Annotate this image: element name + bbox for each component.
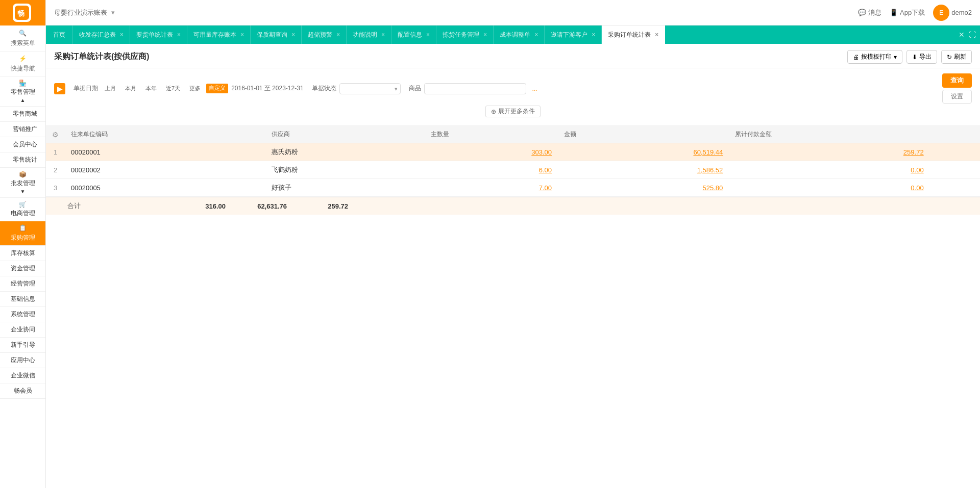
sidebar-item-operations[interactable]: 经营管理 (0, 276, 45, 292)
sidebar-item-marketing[interactable]: 营销推广 (0, 122, 45, 137)
shortcut-this-month[interactable]: 本月 (121, 84, 140, 93)
row-supplier: 惠氏奶粉 (265, 143, 424, 161)
tab-inventory-book-label: 可用量库存账本 (193, 31, 236, 39)
tab-invite-down-close[interactable]: × (592, 31, 595, 38)
tab-invite-down[interactable]: 邀请下游客户 × (545, 25, 602, 44)
table-row[interactable]: 1 00020001 惠氏奶粉 303.00 60,519.44 259.72 (46, 143, 980, 161)
sidebar-item-appcenter[interactable]: 应用中心 (0, 353, 45, 368)
sidebar-purchase-label: 采购管理 (11, 234, 35, 242)
row-paid[interactable]: 259.72 (729, 143, 929, 161)
sidebar-item-newguide[interactable]: 新手引导 (0, 338, 45, 353)
sidebar-item-wechat[interactable]: 企业微信 (0, 368, 45, 383)
shortcut-last-month[interactable]: 上月 (101, 84, 119, 93)
sidebar-item-purchase[interactable]: 📋 采购管理 (0, 221, 45, 246)
row-amount[interactable]: 60,519.44 (558, 143, 729, 161)
tab-inventory-book[interactable]: 可用量库存账本 × (187, 25, 251, 44)
tab-validity[interactable]: 保质期查询 × (251, 25, 302, 44)
sidebar-item-basics[interactable]: 基础信息 (0, 292, 45, 307)
filter-status-item: 单据状态 (312, 83, 401, 94)
col-settings[interactable]: ⚙ (46, 126, 65, 143)
tab-collection-close[interactable]: × (120, 31, 124, 38)
row-paid[interactable]: 0.00 (729, 161, 929, 179)
export-button[interactable]: ⬇ 导出 (906, 50, 937, 64)
sidebar-item-retail-stats[interactable]: 零售统计 (0, 152, 45, 168)
dropdown-icon: ▾ (111, 9, 115, 16)
sidebar-search[interactable]: 🔍 搜索英单 (0, 25, 45, 52)
tab-func-desc[interactable]: 功能说明 × (347, 25, 391, 44)
tab-purchase-stats[interactable]: 要货单统计表 × (130, 25, 187, 44)
footer-amount: 62,631.76 (241, 202, 302, 210)
tab-close-all-icon[interactable]: ✕ (959, 31, 965, 39)
tab-overstock-close[interactable]: × (336, 31, 340, 38)
export-label: 导出 (919, 53, 932, 61)
row-code: 00020001 (65, 143, 265, 161)
table-row[interactable]: 3 00020005 好孩子 7.00 525.80 0.00 (46, 179, 980, 197)
tab-maximize-icon[interactable]: ⛶ (969, 31, 976, 39)
status-select[interactable] (339, 83, 401, 94)
date-range[interactable]: 2016-01-01 至 2023-12-31 (231, 84, 303, 93)
app-download-btn[interactable]: 📱 App下载 (890, 8, 925, 17)
tab-purchase-order-stats-close[interactable]: × (655, 31, 658, 38)
header-left: 母婴行业演示账表 ▾ (54, 8, 115, 17)
tab-collection[interactable]: 收发存汇总表 × (73, 25, 130, 44)
sidebar-item-retail-mall[interactable]: 零售商城 (0, 107, 45, 122)
filter-toggle[interactable]: ▶ (54, 83, 65, 94)
retail-arrow: ▲ (20, 97, 26, 103)
print-button[interactable]: 🖨 按模板打印 ▾ (847, 50, 902, 64)
row-quantity[interactable]: 7.00 (425, 179, 558, 197)
tab-config-info[interactable]: 配置信息 × (391, 25, 436, 44)
footer-label: 合计 (67, 201, 129, 211)
message-btn[interactable]: 💬 消息 (858, 8, 881, 17)
tab-overstock[interactable]: 超储预警 × (302, 25, 347, 44)
sidebar-system-label: 系统管理 (11, 310, 35, 319)
tab-validity-close[interactable]: × (291, 31, 295, 38)
tab-cost-adjust[interactable]: 成本调整单 × (494, 25, 545, 44)
tab-purchase-stats-label: 要货单统计表 (136, 31, 173, 39)
sidebar-item-vip[interactable]: 畅会员 (0, 383, 45, 399)
user-menu[interactable]: E demo2 (933, 5, 972, 21)
sidebar-item-finance[interactable]: 资金管理 (0, 261, 45, 276)
sidebar-item-system[interactable]: 系统管理 (0, 307, 45, 322)
tab-pick-task[interactable]: 拣货任务管理 × (436, 25, 494, 44)
store-name: 母婴行业演示账表 (54, 8, 107, 17)
shortcut-7days[interactable]: 近7天 (162, 84, 184, 93)
tab-purchase-order-stats[interactable]: 采购订单统计表 × (602, 25, 665, 44)
tab-purchase-stats-close[interactable]: × (177, 31, 181, 38)
tab-pick-task-close[interactable]: × (483, 31, 487, 38)
table-head: ⚙ 往来单位编码 供应商 主数量 金额 累计付款金额 (46, 126, 980, 143)
status-select-wrap (339, 83, 401, 94)
row-paid[interactable]: 0.00 (729, 179, 929, 197)
tab-cost-adjust-close[interactable]: × (534, 31, 538, 38)
sidebar-item-members[interactable]: 会员中心 (0, 137, 45, 152)
footer-paid: 259.72 (302, 202, 363, 210)
table-row[interactable]: 2 00020002 飞鹤奶粉 6.00 1,586.52 0.00 (46, 161, 980, 179)
refresh-button[interactable]: ↻ 刷新 (941, 50, 972, 64)
settings-button[interactable]: 设置 (942, 90, 972, 104)
row-quantity[interactable]: 6.00 (425, 161, 558, 179)
query-button[interactable]: 查询 (942, 73, 972, 88)
expand-button[interactable]: ⊕ 展开更多条件 (485, 106, 541, 117)
sidebar-item-wholesale[interactable]: 📦 批发管理 ▼ (0, 168, 45, 198)
tab-config-info-close[interactable]: × (426, 31, 430, 38)
row-amount[interactable]: 1,586.52 (558, 161, 729, 179)
col-supplier: 供应商 (265, 126, 424, 143)
tab-inventory-book-close[interactable]: × (240, 31, 244, 38)
sidebar-retail-mall-label: 零售商城 (13, 110, 37, 118)
row-quantity[interactable]: 303.00 (425, 143, 558, 161)
goods-input[interactable] (424, 83, 526, 94)
ecommerce-icon: 🛒 (19, 201, 27, 208)
goods-more-btn[interactable]: ... (529, 85, 541, 93)
shortcut-more[interactable]: 更多 (186, 84, 204, 93)
sidebar-item-cooperation[interactable]: 企业协同 (0, 322, 45, 338)
sidebar-item-retail[interactable]: 🏪 零售管理 ▲ (0, 76, 45, 107)
shortcut-this-year[interactable]: 本年 (142, 84, 160, 93)
tab-home[interactable]: 首页 (46, 25, 73, 44)
tab-pick-task-label: 拣货任务管理 (443, 31, 479, 39)
row-amount[interactable]: 525.80 (558, 179, 729, 197)
date-shortcuts: 上月 本月 本年 近7天 更多 自定义 (101, 84, 228, 93)
sidebar-item-inventory[interactable]: 库存核算 (0, 246, 45, 261)
tab-func-desc-close[interactable]: × (381, 31, 385, 38)
sidebar-shortcut[interactable]: ⚡ 快捷导航 (0, 52, 45, 76)
sidebar-item-ecommerce[interactable]: 🛒 电商管理 (0, 198, 45, 221)
custom-badge[interactable]: 自定义 (206, 84, 228, 93)
